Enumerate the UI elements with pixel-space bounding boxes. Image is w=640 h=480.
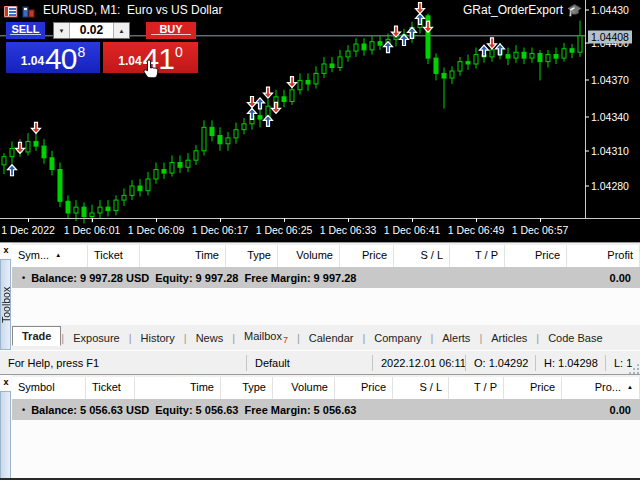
column-header-label: Type (242, 381, 266, 393)
sell-button[interactable]: SELL (6, 22, 45, 39)
column-header[interactable]: Volume (273, 377, 335, 399)
candle-body (546, 55, 550, 62)
column-header[interactable]: Type (226, 245, 278, 267)
time-axis-label: 1 Dec 06:57 (512, 224, 569, 236)
column-header[interactable]: S / L (394, 245, 450, 267)
tab-exposure[interactable]: Exposure (64, 329, 128, 347)
sell-arrow-marker (424, 21, 433, 32)
column-header[interactable]: Pro...▲ (562, 377, 640, 399)
tab-alerts[interactable]: Alerts (433, 329, 479, 347)
toolbox-vertical-tab[interactable] (0, 391, 11, 480)
candle-body (242, 124, 246, 130)
candle-body (50, 158, 54, 170)
trade-table-body[interactable] (12, 288, 640, 325)
sell-price-prefix: 1.04 (21, 54, 44, 68)
buy-button-label: BUY (159, 23, 182, 35)
status-bar-datetime: 2022.12.01 06:11 (372, 355, 465, 371)
candle-body (282, 97, 286, 102)
column-header-label: Type (247, 249, 271, 261)
candle-body (2, 157, 6, 165)
quotes-table-icon[interactable] (4, 4, 18, 16)
time-axis-label: 1 Dec 06:25 (256, 224, 313, 236)
balance-summary-row[interactable]: • Balance: 5 056.63 USD Equity: 5 056.63… (12, 399, 640, 421)
tab-articles[interactable]: Articles (482, 329, 536, 347)
trade-table-body[interactable] (12, 420, 640, 480)
tab-mailbox[interactable]: Mailbox7 (235, 327, 297, 348)
column-header[interactable]: Volume (278, 245, 340, 267)
sell-price-button[interactable]: 1.04 40 8 (6, 42, 100, 73)
toolbox-vertical-tab[interactable]: Toolbox (0, 259, 11, 350)
balance-summary-row[interactable]: • Balance: 9 997.28 USD Equity: 9 997.28… (12, 267, 640, 289)
volume-input[interactable]: 0.02 (70, 23, 113, 38)
column-header[interactable]: Ticket (88, 245, 140, 267)
tab-code-base[interactable]: Code Base (539, 329, 611, 347)
column-header[interactable]: Sym...▲ (12, 245, 88, 267)
tab-history[interactable]: History (132, 329, 184, 347)
tab-calendar[interactable]: Calendar (300, 329, 363, 347)
graduation-cap-icon[interactable]: 🎓 (567, 3, 582, 17)
close-icon[interactable]: x (0, 244, 12, 258)
column-header[interactable]: Symbol (12, 377, 86, 399)
status-profile[interactable]: Default (246, 355, 372, 371)
column-header-label: Price (530, 381, 555, 393)
price-axis-label: 1.04370 (591, 74, 629, 86)
toolbox-panel-bottom: x SymbolTicketTimeTypeVolumePriceS / LT … (0, 374, 640, 480)
tab-company[interactable]: Company (365, 329, 430, 347)
column-header[interactable]: S / L (393, 377, 449, 399)
profit-value: 0.00 (610, 272, 640, 284)
chart-symbol-title: EURUSD, M1: Euro vs US Dollar (43, 3, 222, 17)
time-axis-label: 1 Dec 2022 (1, 224, 55, 236)
candle-body (378, 42, 382, 46)
candle-body (458, 62, 462, 71)
volume-increase-button[interactable]: ▲ (113, 23, 129, 38)
candle-body (162, 170, 166, 174)
buy-arrow-marker (8, 165, 17, 176)
candle-body (114, 200, 118, 211)
chart-panel[interactable]: EURUSD, M1: Euro vs US Dollar GRat_Order… (0, 0, 640, 242)
candle-body (82, 207, 86, 216)
tab-label: Articles (491, 332, 527, 344)
candle-body (290, 90, 294, 102)
column-header[interactable]: Price (335, 377, 393, 399)
chevron-up-icon: ▲ (119, 28, 125, 34)
volume-decrease-button[interactable]: ▼ (54, 23, 70, 38)
column-header-label: T / P (474, 381, 497, 393)
candle-body (138, 186, 142, 191)
column-header[interactable]: T / P (450, 245, 505, 267)
column-header[interactable]: Time (135, 377, 221, 399)
price-axis-label: 1.04280 (591, 180, 629, 192)
candle-body (314, 73, 318, 84)
column-header[interactable]: Ticket (86, 377, 135, 399)
column-header[interactable]: Price (505, 245, 567, 267)
profit-value: 0.00 (610, 404, 640, 416)
column-header-label: Price (361, 381, 386, 393)
column-header[interactable]: Time (140, 245, 226, 267)
column-header[interactable]: T / P (449, 377, 504, 399)
column-header[interactable]: Price (504, 377, 562, 399)
unread-count-badge: 7 (283, 335, 288, 345)
tab-news[interactable]: News (187, 329, 233, 347)
buy-button[interactable]: BUY (146, 22, 196, 39)
bar-chart-icon[interactable] (22, 4, 36, 16)
balance-summary-text: Balance: 5 056.63 USD Equity: 5 056.63 F… (31, 404, 356, 416)
close-icon[interactable]: x (0, 376, 12, 390)
candle-body (442, 73, 446, 78)
candle-body (66, 201, 70, 213)
volume-stepper[interactable]: ▼ 0.02 ▲ (53, 22, 130, 39)
candle-body (58, 170, 62, 202)
mouse-cursor (142, 58, 162, 82)
sort-arrow-icon: ▲ (55, 252, 61, 258)
candle-body (554, 55, 558, 59)
tab-trade[interactable]: Trade (12, 326, 61, 346)
column-header-label: Price (535, 249, 560, 261)
candle-body (530, 53, 534, 58)
column-header[interactable]: Type (221, 377, 273, 399)
sell-arrow-marker (248, 97, 257, 108)
column-header[interactable]: Profit (567, 245, 640, 267)
candle-body (226, 138, 230, 144)
price-axis-label: 1.04430 (591, 4, 629, 16)
column-header[interactable]: Price (340, 245, 394, 267)
column-header-label: Pro... (595, 381, 621, 393)
sell-price-big: 40 (45, 44, 76, 73)
candle-body (154, 170, 158, 179)
